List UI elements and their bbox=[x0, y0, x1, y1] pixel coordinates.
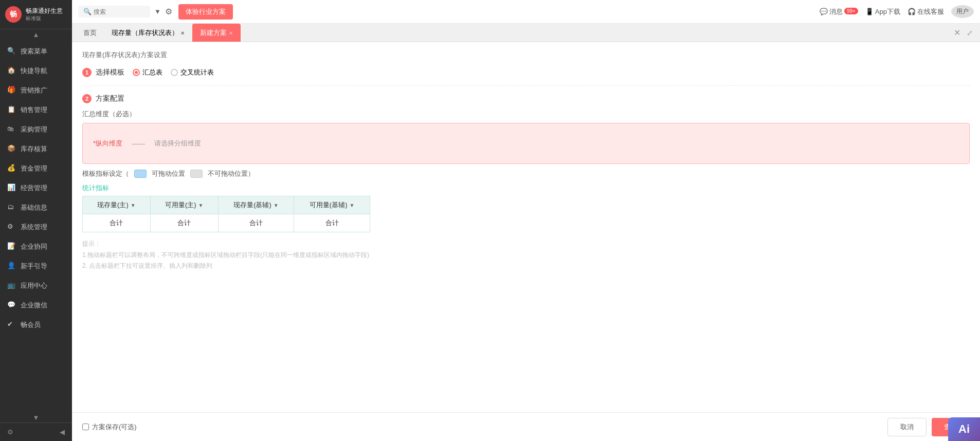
search-icon: 🔍 bbox=[83, 8, 92, 15]
step1-badge: 1 bbox=[82, 68, 92, 77]
sidebar: 畅 畅康通好生意 标准版 ▲ 🔍 搜索菜单 🏠 快捷导航 🎁 营销推广 📋 销售… bbox=[0, 0, 72, 441]
sidebar-item-label: 经营管理 bbox=[21, 183, 47, 193]
sidebar-item-system[interactable]: ⚙ 系统管理 bbox=[0, 217, 72, 237]
sidebar-item-inventory[interactable]: 📦 库存核算 bbox=[0, 139, 72, 159]
sidebar-item-label: 资金管理 bbox=[21, 164, 47, 173]
stats-section: 统计指标 现存量(主) ▼ bbox=[82, 183, 970, 232]
gear-icon[interactable]: ⚙ bbox=[165, 7, 172, 16]
tab-new-scheme-close[interactable]: ✕ bbox=[229, 30, 233, 36]
sidebar-item-apps[interactable]: 📺 应用中心 bbox=[0, 276, 72, 296]
sidebar-item-purchase[interactable]: 🛍 采购管理 bbox=[0, 120, 72, 139]
sidebar-item-sales[interactable]: 📋 销售管理 bbox=[0, 100, 72, 120]
app-logo-icon: 畅 bbox=[5, 6, 22, 23]
user-avatar[interactable]: 用户 bbox=[951, 5, 974, 18]
sidebar-item-contract[interactable]: 📝 企业协同 bbox=[0, 237, 72, 256]
sidebar-item-label: 新手引导 bbox=[21, 262, 47, 271]
content: 现存量(库存状况表)方案设置 1 选择模板 汇总表 bbox=[72, 42, 980, 412]
indicators-row: 模板指标设定（ 可拖动位置 不可拖动位置） bbox=[82, 169, 970, 178]
gift-icon: 🎁 bbox=[7, 86, 16, 95]
sidebar-item-label: 企业微信 bbox=[21, 301, 47, 310]
radio-cross[interactable]: 交叉统计表 bbox=[171, 68, 214, 77]
tips-title: 提示： bbox=[82, 240, 101, 247]
radio-summary-dot bbox=[133, 69, 140, 76]
save-checkbox[interactable] bbox=[82, 424, 89, 430]
col-header-3[interactable]: 可用量(基辅) ▼ bbox=[294, 196, 370, 214]
industry-btn[interactable]: 体验行业方案 bbox=[178, 4, 233, 20]
sidebar-nav: 🔍 搜索菜单 🏠 快捷导航 🎁 营销推广 📋 销售管理 🛍 采购管理 📦 库存核… bbox=[0, 40, 72, 412]
save-option: 方案保存(可选) bbox=[82, 422, 137, 432]
col-header-1[interactable]: 可用量(主) ▼ bbox=[150, 196, 218, 214]
tabbar: 首页 现存量（库存状况表） ✕ 新建方案 ✕ ✕ ⤢ bbox=[72, 24, 980, 42]
search-bar[interactable]: 🔍 bbox=[78, 6, 150, 17]
app-download-label: App下载 bbox=[875, 7, 900, 16]
purchase-icon: 🛍 bbox=[7, 125, 16, 134]
sidebar-item-shortcuts[interactable]: 🏠 快捷导航 bbox=[0, 61, 72, 81]
step1-label: 选择模板 bbox=[96, 68, 124, 77]
sidebar-item-basic[interactable]: 🗂 基础信息 bbox=[0, 198, 72, 217]
step2-label: 方案配置 bbox=[96, 94, 124, 103]
non-draggable-label: 不可拖动位置） bbox=[208, 169, 255, 178]
sidebar-item-label: 系统管理 bbox=[21, 223, 47, 232]
template-radio-group: 汇总表 交叉统计表 bbox=[133, 68, 214, 77]
tip-item-0: 1.拖动标题栏可以调整布局，不可跨维度或指标区域拖动栏目字段(只能在同一维度或指… bbox=[82, 250, 970, 261]
app-edition: 标准版 bbox=[26, 15, 63, 22]
sidebar-item-label: 采购管理 bbox=[21, 125, 47, 134]
tab-home[interactable]: 首页 bbox=[76, 25, 104, 41]
cell-0-1: 合计 bbox=[150, 214, 218, 232]
sidebar-item-label: 应用中心 bbox=[21, 281, 47, 290]
chevron-down-icon-2: ▼ bbox=[274, 203, 279, 208]
sidebar-item-finance[interactable]: 💰 资金管理 bbox=[0, 159, 72, 178]
draggable-label: 可拖动位置 bbox=[152, 169, 185, 178]
cell-0-3: 合计 bbox=[294, 214, 370, 232]
cancel-button[interactable]: 取消 bbox=[887, 418, 927, 436]
message-icon: 💬 bbox=[820, 8, 828, 15]
app-download-btn[interactable]: 📱 App下载 bbox=[865, 7, 900, 16]
sidebar-logo: 畅 畅康通好生意 标准版 bbox=[0, 0, 72, 29]
sidebar-item-label: 销售管理 bbox=[21, 105, 47, 115]
sidebar-scroll-up[interactable]: ▲ bbox=[0, 29, 72, 40]
ai-badge[interactable]: Ai bbox=[948, 417, 980, 441]
sidebar-item-label: 企业协同 bbox=[21, 242, 47, 251]
topbar-right: 💬 消息 99+ 📱 App下载 🎧 在线客服 用户 bbox=[820, 5, 974, 18]
section-scheme-config: 2 方案配置 汇总维度（必选） *纵向维度 —— 请选择分组维度 bbox=[82, 94, 970, 272]
guide-icon: 👤 bbox=[7, 262, 16, 271]
mobile-icon: 📱 bbox=[865, 8, 874, 15]
collapse-icon[interactable]: ◀ bbox=[60, 428, 65, 436]
tab-inventory[interactable]: 现存量（库存状况表） ✕ bbox=[104, 24, 192, 42]
sidebar-footer: ⚙ ◀ bbox=[0, 422, 72, 441]
sidebar-item-wechat[interactable]: 💬 企业微信 bbox=[0, 296, 72, 315]
col-header-2[interactable]: 现存量(基辅) ▼ bbox=[218, 196, 294, 214]
dropdown-icon[interactable]: ▼ bbox=[154, 8, 161, 15]
radio-cross-label: 交叉统计表 bbox=[180, 68, 214, 77]
sidebar-item-marketing[interactable]: 🎁 营销推广 bbox=[0, 81, 72, 100]
sidebar-scroll-down[interactable]: ▼ bbox=[0, 412, 72, 422]
stats-title: 统计指标 bbox=[82, 183, 970, 193]
page-title: 现存量(库存状况表)方案设置 bbox=[82, 50, 970, 60]
chevron-down-icon-1: ▼ bbox=[198, 203, 204, 208]
basic-icon: 🗂 bbox=[7, 203, 16, 212]
message-btn[interactable]: 💬 消息 99+ bbox=[820, 7, 858, 16]
sidebar-item-member[interactable]: ✔ 畅会员 bbox=[0, 315, 72, 335]
table-row-subtotal: 合计 合计 合计 合计 bbox=[83, 214, 370, 232]
member-icon: ✔ bbox=[7, 320, 16, 329]
radio-summary[interactable]: 汇总表 bbox=[133, 68, 162, 77]
sidebar-item-guide[interactable]: 👤 新手引导 bbox=[0, 256, 72, 276]
tab-new-scheme[interactable]: 新建方案 ✕ bbox=[192, 24, 241, 42]
tab-close-panel[interactable]: ✕ bbox=[951, 28, 964, 38]
message-label: 消息 bbox=[829, 7, 843, 16]
settings-icon[interactable]: ⚙ bbox=[7, 428, 13, 436]
main-area: 🔍 ▼ ⚙ 体验行业方案 💬 消息 99+ 📱 App下载 🎧 在线客服 用户 bbox=[72, 0, 980, 441]
col-header-0[interactable]: 现存量(主) ▼ bbox=[83, 196, 151, 214]
step2-badge: 2 bbox=[82, 94, 92, 103]
search-input[interactable] bbox=[94, 8, 145, 15]
sidebar-item-operations[interactable]: 📊 经营管理 bbox=[0, 178, 72, 198]
dimension-title: 汇总维度（必选） bbox=[82, 109, 970, 119]
radio-summary-label: 汇总表 bbox=[142, 68, 162, 77]
tab-expand-panel[interactable]: ⤢ bbox=[964, 29, 976, 37]
inventory-icon: 📦 bbox=[7, 144, 16, 154]
sidebar-item-search[interactable]: 🔍 搜索菜单 bbox=[0, 42, 72, 61]
dimension-area[interactable]: *纵向维度 —— 请选择分组维度 bbox=[82, 123, 970, 164]
customer-service-btn[interactable]: 🎧 在线客服 bbox=[908, 7, 944, 16]
system-icon: ⚙ bbox=[7, 223, 16, 232]
tab-inventory-close[interactable]: ✕ bbox=[180, 30, 185, 36]
